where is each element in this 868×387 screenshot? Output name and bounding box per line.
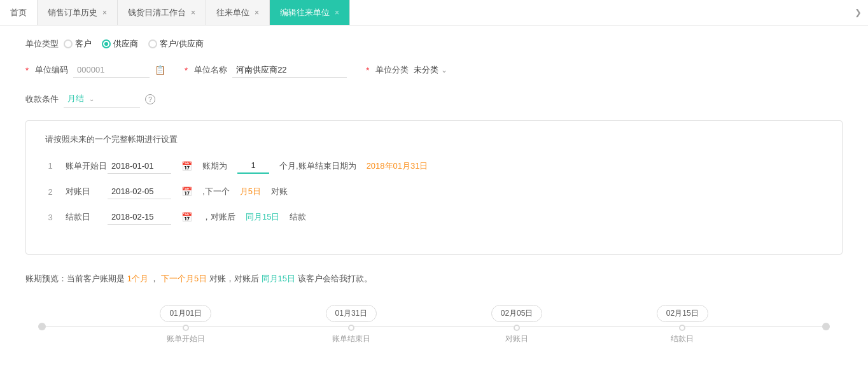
tab-sales-history[interactable]: 销售订单历史 ×	[38, 0, 118, 25]
timeline-dot-4	[679, 325, 685, 331]
timeline-badge-1: 01月01日	[160, 305, 211, 322]
reconcile-highlight: 月5日	[240, 186, 261, 197]
timeline-container: 01月01日 账单开始日 01月31日 账单结束日 02月05日 对账日	[38, 305, 830, 344]
radio-customer-circle	[64, 39, 73, 48]
unit-type-group: 单位类型 客户 供应商 客户/供应商	[25, 38, 204, 50]
category-group: * 单位分类 未分类 ⌄	[366, 64, 490, 76]
close-cash-work[interactable]: ×	[191, 8, 195, 17]
payment-value: 月结	[67, 93, 84, 104]
payment-date-input[interactable]	[108, 209, 171, 225]
radio-both-label: 客户/供应商	[160, 38, 204, 50]
category-select[interactable]: 未分类 ⌄	[414, 64, 490, 76]
category-chevron-down-icon: ⌄	[441, 66, 447, 74]
code-label: 单位编码	[35, 64, 68, 76]
category-required: *	[366, 66, 369, 75]
setting-title: 请按照未来的一个完整帐期进行设置	[45, 134, 823, 145]
setting-row-3: 3 结款日 📅 ，对账后 同月15日 结款	[45, 209, 823, 225]
preview-part3: 同月15日	[262, 274, 295, 283]
payment-highlight: 同月15日	[246, 211, 279, 223]
payment-select[interactable]: 月结 ⌄	[64, 90, 140, 108]
name-input[interactable]	[232, 62, 347, 78]
preview-part2: 下一个月5日	[161, 274, 207, 283]
unit-type-row: 单位类型 客户 供应商 客户/供应商	[25, 38, 843, 50]
payment-date-calendar-icon[interactable]: 📅	[181, 212, 192, 222]
reconcile-date-input[interactable]	[108, 184, 171, 199]
period-label: 账期为	[202, 160, 227, 172]
timeline-sub-1: 账单开始日	[167, 334, 205, 344]
row-num-2: 2	[45, 187, 55, 197]
preview-text: 账期预览：当前客户账期是 1个月 ， 下一个月5日 对账，对账后 同月15日 该…	[25, 271, 843, 286]
reconcile-date-calendar-icon[interactable]: 📅	[181, 186, 192, 197]
timeline-end-dot	[822, 305, 830, 330]
radio-supplier[interactable]: 供应商	[102, 38, 138, 50]
timeline-dot-1	[183, 325, 189, 331]
timeline-dot-2	[348, 325, 354, 331]
start-date-calendar-icon[interactable]: 📅	[181, 161, 192, 171]
preview-label: 账期预览：当前客户账期是	[25, 274, 125, 283]
row-label-2: 对账日	[66, 186, 97, 197]
close-edit-partner[interactable]: ×	[335, 8, 339, 17]
name-label: 单位名称	[194, 64, 227, 76]
timeline-badge-4: 02月15日	[657, 305, 708, 322]
radio-group: 客户 供应商 客户/供应商	[64, 38, 204, 50]
timeline-dot-3	[514, 325, 520, 331]
payment-label: 收款条件	[25, 94, 59, 105]
radio-supplier-label: 供应商	[113, 38, 138, 50]
preview-section: 账期预览：当前客户账期是 1个月 ， 下一个月5日 对账，对账后 同月15日 该…	[25, 261, 843, 344]
row-label-3: 结款日	[66, 211, 97, 223]
payment-desc-post: 结款	[290, 211, 306, 223]
timeline-node-1: 01月01日 账单开始日	[160, 305, 211, 344]
tab-cash-work[interactable]: 钱货日清工作台 ×	[118, 0, 206, 25]
code-input[interactable]	[73, 62, 150, 78]
code-name-row: * 单位编码 📋 * 单位名称 * 单位分类 未分类 ⌄	[25, 62, 843, 78]
radio-both[interactable]: 客户/供应商	[148, 38, 204, 50]
help-icon[interactable]: ?	[145, 94, 155, 104]
timeline-node-2: 01月31日 账单结束日	[326, 305, 377, 344]
timeline-start-dot	[38, 305, 46, 330]
row-num-3: 3	[45, 213, 55, 222]
timeline-badge-3: 02月05日	[491, 305, 543, 322]
close-sales-history[interactable]: ×	[102, 8, 107, 17]
setting-row-1: 1 账单开始日 📅 账期为 个月,账单结束日期为 2018年01月31日	[45, 158, 823, 174]
timeline-sub-3: 对账日	[505, 334, 528, 344]
row-num-1: 1	[45, 161, 55, 171]
code-required: *	[25, 66, 29, 75]
tab-edit-partner[interactable]: 编辑往来单位 ×	[270, 0, 350, 25]
copy-icon[interactable]: 📋	[155, 65, 165, 75]
timeline-start-circle	[38, 323, 46, 330]
preview-sep1: ，	[150, 274, 158, 283]
period-end-date: 2018年01月31日	[367, 160, 428, 172]
row-label-1: 账单开始日	[66, 160, 97, 172]
preview-sep2: 对账，对账后	[209, 274, 259, 283]
tab-partner[interactable]: 往来单位 ×	[206, 0, 270, 25]
code-group: * 单位编码 📋	[25, 62, 165, 78]
category-value: 未分类	[414, 64, 438, 76]
timeline-end-circle	[822, 323, 830, 330]
period-input[interactable]	[237, 158, 269, 174]
tab-home[interactable]: 首页	[0, 0, 38, 25]
preview-suffix: 该客户会给我打款。	[298, 274, 372, 283]
preview-part1: 1个月	[127, 274, 148, 283]
close-partner[interactable]: ×	[255, 8, 259, 17]
radio-customer[interactable]: 客户	[64, 38, 92, 50]
start-date-input[interactable]	[108, 158, 171, 174]
timeline-sub-2: 账单结束日	[332, 334, 370, 344]
period-unit: 个月,账单结束日期为	[279, 160, 356, 172]
category-label: 单位分类	[375, 64, 409, 76]
payment-desc-pre: ，对账后	[202, 211, 235, 223]
radio-customer-label: 客户	[75, 38, 92, 50]
setting-box: 请按照未来的一个完整帐期进行设置 1 账单开始日 📅 账期为 个月,账单结束日期…	[25, 120, 843, 255]
timeline-node-4: 02月15日 结款日	[657, 305, 708, 344]
name-required: *	[185, 66, 188, 75]
payment-row: 收款条件 月结 ⌄ ?	[25, 90, 843, 108]
tab-bar: 首页 销售订单历史 × 钱货日清工作台 × 往来单位 × 编辑往来单位 × ❯	[0, 0, 868, 25]
timeline-nodes: 01月01日 账单开始日 01月31日 账单结束日 02月05日 对账日	[38, 305, 830, 344]
tab-more-button[interactable]: ❯	[848, 0, 868, 25]
timeline-sub-4: 结款日	[671, 334, 694, 344]
timeline-badge-2: 01月31日	[326, 305, 377, 322]
main-content: 单位类型 客户 供应商 客户/供应商 * 单位编码	[0, 25, 868, 387]
setting-row-2: 2 对账日 📅 ,下一个 月5日 对账	[45, 184, 823, 199]
radio-supplier-circle	[102, 39, 111, 48]
timeline-node-3: 02月05日 对账日	[491, 305, 543, 344]
radio-both-circle	[148, 39, 157, 48]
